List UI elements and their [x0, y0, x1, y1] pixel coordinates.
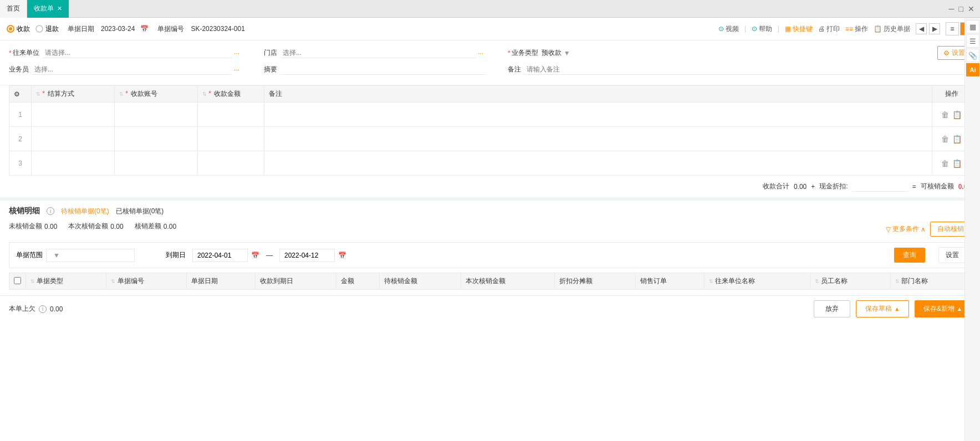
copy-row-icon[interactable]: 📋 — [952, 135, 962, 143]
prev-btn[interactable]: ◀ — [916, 23, 927, 34]
sidebar-ai-btn[interactable]: Ai — [966, 63, 979, 76]
more-filter-btn[interactable]: ▽ 更多条件 ∧ — [886, 224, 926, 234]
save-new-btn[interactable]: 保存&新增 ▲ — [915, 300, 971, 317]
col-settings-header[interactable]: ⚙ — [9, 86, 32, 102]
row-settle-method[interactable] — [32, 151, 115, 176]
close-icon[interactable]: ✕ — [968, 4, 974, 13]
form-row-1: * 往来单位 ··· 门店 ··· * 业务类型 预收款 ▼ — [9, 46, 971, 60]
date-from-input[interactable] — [192, 249, 248, 262]
col-sort-icon[interactable]: ⇅ — [30, 279, 35, 284]
select-all-checkbox[interactable] — [14, 277, 21, 284]
prev-label: 本单上欠 — [9, 304, 35, 314]
range-select-arrow: ▼ — [53, 252, 60, 259]
col-amount-header: ⇅ * 收款金额 — [198, 86, 264, 102]
stat-current-label: 本次核销金额 — [68, 222, 108, 231]
hexiao-tab-done[interactable]: 已核销单据(0笔) — [116, 207, 164, 216]
shortcut-btn[interactable]: ▦ 快捷键 — [785, 24, 813, 34]
row-remark[interactable] — [264, 127, 932, 151]
row-amount[interactable] — [198, 102, 264, 127]
col-amount-header: 金额 — [336, 273, 380, 290]
delete-row-icon[interactable]: 🗑 — [941, 159, 949, 168]
minimize-icon[interactable]: ─ — [949, 4, 955, 13]
filter-arrow-icon: ∧ — [921, 225, 926, 233]
col-checkbox-header[interactable] — [9, 273, 26, 290]
row-account[interactable] — [115, 102, 198, 127]
radio-receive-label: 收款 — [17, 24, 30, 34]
counterpart-required: * — [9, 49, 12, 57]
date-to-input[interactable] — [279, 249, 335, 262]
hexiao-info-icon[interactable]: i — [47, 207, 54, 215]
help-icon: ⊙ — [752, 25, 757, 33]
col-sort-icon[interactable]: ⇅ — [815, 279, 819, 284]
cal-to-icon[interactable]: 📅 — [338, 252, 346, 259]
hexiao-section: 核销明细 i 待核销单据(0笔) 已核销单据(0笔) 未核销金额 0.00 本次… — [0, 197, 980, 295]
total-label: 收款合计 — [763, 182, 789, 191]
row-remark[interactable] — [264, 102, 932, 127]
hexiao-tab-pending[interactable]: 待核销单据(0笔) — [61, 207, 109, 216]
cal-from-icon[interactable]: 📅 — [251, 252, 259, 259]
tab-close-icon[interactable]: ✕ — [57, 5, 62, 12]
save-draft-btn[interactable]: 保存草稿 ▲ — [856, 300, 909, 317]
help-btn[interactable]: ⊙ 帮助 — [752, 24, 772, 34]
footer-info-icon[interactable]: i — [39, 305, 47, 313]
row-account[interactable] — [115, 151, 198, 176]
toolbar: 收款 退款 单据日期 2023-03-24 📅 单据编号 SK-20230324… — [0, 18, 980, 40]
form-row-2: 业务员 ··· 摘要 备注 — [9, 64, 971, 75]
set-btn[interactable]: 设置 — [938, 247, 966, 263]
delete-row-icon[interactable]: 🗑 — [941, 135, 949, 143]
delete-row-icon[interactable]: 🗑 — [941, 110, 949, 119]
history-btn[interactable]: 📋 历史单据 — [874, 24, 910, 34]
due-date-field: 到期日 📅 — 📅 — [166, 249, 346, 262]
row-account[interactable] — [115, 127, 198, 151]
col-sort-icon[interactable]: ⇅ — [119, 91, 124, 97]
sidebar-attach-btn[interactable]: 📎 — [966, 49, 979, 62]
col-sort-icon[interactable]: ⇅ — [709, 279, 713, 284]
copy-row-icon[interactable]: 📋 — [952, 110, 962, 119]
next-btn[interactable]: ▶ — [929, 23, 940, 34]
settings-gear-icon: ⚙ — [943, 49, 950, 57]
col-sort-icon[interactable]: ⇅ — [111, 279, 115, 284]
list-view-btn[interactable]: ≡ — [946, 22, 959, 35]
biz-type-arrow[interactable]: ▼ — [564, 49, 570, 57]
col-settle-method-header: ⇅ * 结算方式 — [32, 86, 115, 102]
staff-ellipsis[interactable]: ··· — [232, 66, 242, 74]
video-icon: ⊙ — [718, 25, 724, 33]
query-btn[interactable]: 查询 — [894, 248, 925, 263]
copy-row-icon[interactable]: 📋 — [952, 159, 962, 168]
shop-input[interactable] — [280, 48, 476, 58]
operation-btn[interactable]: ≡≡ 操作 — [845, 24, 868, 34]
col-sort-icon[interactable]: ⇅ — [36, 91, 40, 97]
range-select[interactable]: ▼ — [46, 249, 135, 262]
discount-input[interactable] — [853, 181, 908, 192]
radio-refund[interactable]: 退款 — [35, 24, 59, 34]
row-settle-method[interactable] — [32, 127, 115, 151]
shop-field: 门店 ··· — [264, 48, 486, 58]
row-remark[interactable] — [264, 151, 932, 176]
maximize-icon[interactable]: □ — [959, 4, 963, 13]
col-sort-icon[interactable]: ⇅ — [202, 91, 207, 97]
row-amount[interactable] — [198, 127, 264, 151]
stat-current: 本次核销金额 0.00 — [68, 222, 123, 231]
radio-receive[interactable]: 收款 — [7, 24, 30, 34]
print-btn[interactable]: 🖨 打印 — [818, 24, 840, 34]
counterpart-ellipsis[interactable]: ··· — [232, 49, 242, 57]
stat-unverified-label: 未核销金额 — [9, 222, 42, 231]
discount-label: 现金折扣: — [819, 182, 848, 191]
tab-receipt[interactable]: 收款单 ✕ — [27, 0, 69, 18]
staff-input[interactable] — [32, 64, 232, 75]
sidebar-list-btn[interactable]: ☰ — [966, 34, 979, 48]
row-amount[interactable] — [198, 151, 264, 176]
shortcut-icon: ▦ — [785, 25, 791, 33]
summary-input[interactable] — [280, 64, 486, 75]
col-sort-icon[interactable]: ⇅ — [895, 279, 900, 284]
summary-row: 收款合计 0.00 + 现金折扣: = 可核销金额 0.00 — [0, 176, 980, 197]
shop-ellipsis[interactable]: ··· — [476, 49, 486, 57]
video-btn[interactable]: ⊙ 视频 — [718, 24, 739, 34]
tab-home[interactable]: 首页 — [0, 0, 27, 18]
row-settle-method[interactable] — [32, 102, 115, 127]
calendar-icon[interactable]: 📅 — [140, 25, 149, 33]
sidebar-grid-btn[interactable]: ▦ — [966, 20, 979, 33]
counterpart-input[interactable] — [43, 48, 232, 58]
abandon-btn[interactable]: 放弃 — [814, 300, 850, 317]
remark-input[interactable] — [524, 64, 971, 75]
